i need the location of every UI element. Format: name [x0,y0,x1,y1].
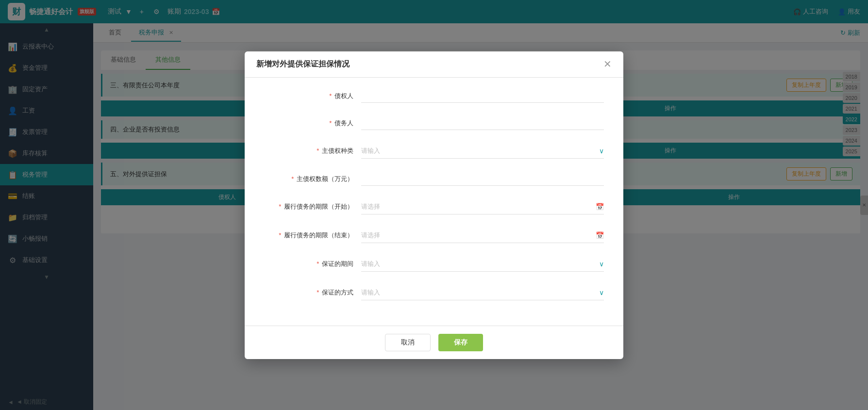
label-debtor-text: 债务人 [334,119,353,127]
field-creditor: * 债权人 [264,89,604,103]
input-creditor[interactable] [361,89,604,103]
select-guarantee-method[interactable]: 请输入 ∨ [361,285,604,300]
field-guarantee-period: * 保证的期间 请输入 ∨ [264,257,604,272]
calendar-period-end-icon: 📅 [596,231,604,239]
label-debt-type: * 主债权种类 [264,147,361,155]
label-period-start: * 履行债务的期限（开始） [264,202,361,211]
field-period-end: * 履行债务的期限（结束） 请选择 📅 [264,228,604,243]
select-debt-type-placeholder: 请输入 [361,147,380,155]
modal-overlay: 新增对外提供保证担保情况 ✕ * 债权人 * 债务人 [0,0,868,410]
label-creditor: * 债权人 [264,92,361,100]
modal-header: 新增对外提供保证担保情况 ✕ [245,51,623,78]
required-mark-debtor: * [329,119,332,127]
field-period-start: * 履行债务的期限（开始） 请选择 📅 [264,199,604,214]
label-guarantee-period: * 保证的期间 [264,260,361,268]
label-debt-amount-text: 主债权数额（万元） [297,175,353,182]
field-debtor: * 债务人 [264,116,604,130]
chevron-down-debt-type-icon: ∨ [599,147,604,155]
label-period-start-text: 履行债务的期限（开始） [284,203,353,210]
cancel-button[interactable]: 取消 [385,334,431,351]
input-debt-amount[interactable] [361,172,604,186]
label-creditor-text: 债权人 [334,92,353,99]
field-guarantee-method: * 保证的方式 请输入 ∨ [264,285,604,300]
input-debtor[interactable] [361,116,604,130]
date-period-end-placeholder: 请选择 [361,231,380,240]
required-mark-creditor: * [329,92,332,99]
chevron-down-guarantee-period-icon: ∨ [599,260,604,268]
date-period-start-placeholder: 请选择 [361,202,380,211]
label-debtor: * 债务人 [264,119,361,128]
date-period-end[interactable]: 请选择 📅 [361,228,604,243]
label-guarantee-method-text: 保证的方式 [322,289,353,296]
select-guarantee-period-placeholder: 请输入 [361,260,380,268]
label-guarantee-method: * 保证的方式 [264,288,361,297]
chevron-down-guarantee-method-icon: ∨ [599,289,604,296]
required-mark-period-end: * [279,231,281,239]
calendar-period-start-icon: 📅 [596,203,604,211]
date-period-start[interactable]: 请选择 📅 [361,199,604,214]
select-guarantee-period[interactable]: 请输入 ∨ [361,257,604,272]
label-period-end: * 履行债务的期限（结束） [264,231,361,240]
label-guarantee-period-text: 保证的期间 [322,260,353,267]
required-mark-period-start: * [279,203,281,210]
save-button[interactable]: 保存 [438,334,483,351]
modal-body: * 债权人 * 债务人 * 主债权种类 请输入 [245,78,623,326]
select-debt-type[interactable]: 请输入 ∨ [361,144,604,159]
modal-dialog: 新增对外提供保证担保情况 ✕ * 债权人 * 债务人 [245,51,623,359]
label-debt-amount: * 主债权数额（万元） [264,175,361,183]
required-mark-debt-amount: * [291,175,294,182]
label-debt-type-text: 主债权种类 [322,147,353,154]
required-mark-guarantee-period: * [317,260,319,267]
required-mark-guarantee-method: * [317,289,319,296]
modal-footer: 取消 保存 [245,326,623,359]
field-debt-amount: * 主债权数额（万元） [264,172,604,186]
modal-title: 新增对外提供保证担保情况 [256,59,350,69]
field-debt-type: * 主债权种类 请输入 ∨ [264,144,604,159]
label-period-end-text: 履行债务的期限（结束） [284,231,353,239]
select-guarantee-method-placeholder: 请输入 [361,288,380,297]
required-mark-debt-type: * [317,147,319,154]
modal-close-btn[interactable]: ✕ [603,59,612,69]
